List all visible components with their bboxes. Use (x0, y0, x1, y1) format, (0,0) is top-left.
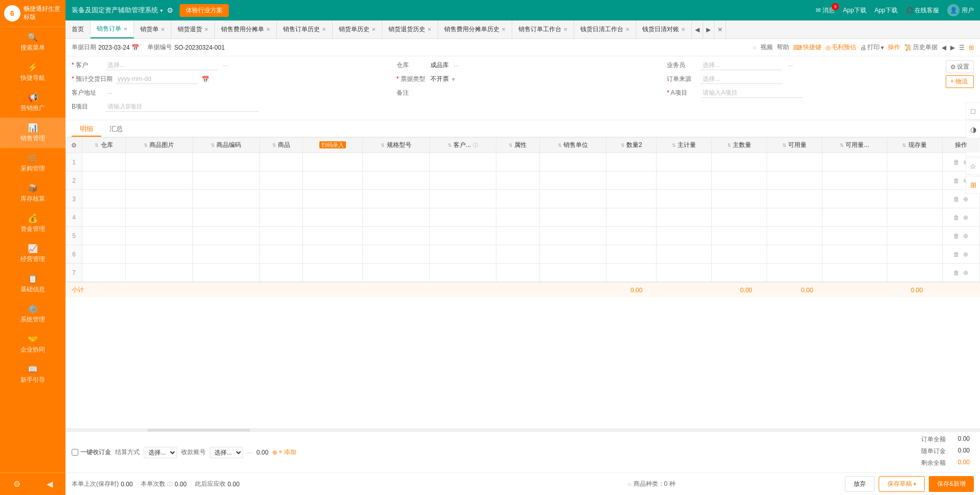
table-row[interactable]: 3 (66, 190, 980, 208)
profit-btn[interactable]: ◎ 毛利预估 (825, 43, 856, 52)
row-3-spec[interactable] (363, 190, 430, 208)
receipt-dots[interactable]: ··· (247, 449, 252, 456)
row-7-product-code[interactable] (192, 264, 259, 282)
tab-next-btn[interactable]: ▶ (703, 20, 714, 38)
print-btn[interactable]: 🖨 打印 ▾ (860, 43, 884, 52)
address-more-icon[interactable]: ··· (107, 90, 113, 97)
help-btn[interactable]: 帮助 (777, 43, 789, 52)
rfloat-btn-2[interactable]: ◑ (966, 121, 980, 138)
sidebar-item-enterprise[interactable]: 🤝 企业协同 (0, 329, 66, 359)
tab-sales-return-close[interactable]: ✕ (204, 27, 208, 32)
delivery-date-input[interactable] (116, 74, 198, 84)
delete-icon[interactable]: 🗑 (953, 232, 960, 240)
tab-order-history[interactable]: 销售订单历史 ✕ (277, 20, 333, 38)
tab-expense-history-close[interactable]: ✕ (502, 27, 506, 32)
tab-cash-workbench[interactable]: 钱货日清工作台 ✕ (574, 20, 636, 38)
row-7-product[interactable] (259, 264, 303, 282)
row-3-qty2[interactable] (606, 190, 657, 208)
settle-method-select[interactable]: 选择... (144, 447, 177, 458)
row-7-sales-unit[interactable] (539, 264, 606, 282)
one-key-settle-check[interactable] (72, 449, 78, 456)
row-7-spec[interactable] (363, 264, 430, 282)
b-project-input[interactable] (105, 102, 259, 112)
row-3-product[interactable] (259, 190, 303, 208)
tab-order-history-close[interactable]: ✕ (322, 27, 326, 32)
tab-expense-history[interactable]: 销售费用分摊单历史 ✕ (438, 20, 512, 38)
sidebar-item-inventory[interactable]: 📦 库存核算 (0, 178, 66, 208)
table-row[interactable]: 1 (66, 153, 980, 171)
tab-order-workbench[interactable]: 销售订单工作台 ✕ (512, 20, 574, 38)
row-2-attributes[interactable] (496, 171, 539, 190)
sidebar-item-finance[interactable]: 💰 资金管理 (0, 208, 66, 239)
one-key-settle-checkbox[interactable]: 一键收订金 (72, 448, 111, 457)
customer-more-icon[interactable]: ··· (223, 62, 228, 69)
row-2-sales-unit[interactable] (539, 171, 606, 190)
copy-icon[interactable]: ⊕ (963, 214, 968, 221)
topbar-gear-icon[interactable]: ⚙ (167, 6, 173, 14)
delete-icon[interactable]: 🗑 (953, 196, 960, 203)
row-1-product[interactable] (259, 153, 303, 171)
sidebar-item-system[interactable]: ⚙️ 系统管理 (0, 299, 66, 329)
row-5-main-unit[interactable] (657, 227, 712, 245)
row-2-main-unit[interactable] (657, 171, 712, 190)
row-1-warehouse[interactable] (82, 153, 126, 171)
row-5-sales-unit[interactable] (539, 227, 606, 245)
date-value[interactable]: 2023-03-24 (98, 44, 129, 51)
row-6-spec[interactable] (363, 245, 430, 264)
row-4-product-code[interactable] (192, 208, 259, 227)
row-5-qty2[interactable] (606, 227, 657, 245)
row-3-product-code[interactable] (192, 190, 259, 208)
row-3-sales-unit[interactable] (539, 190, 606, 208)
row-4-warehouse[interactable] (82, 208, 126, 227)
copy-icon[interactable]: ⊕ (963, 232, 968, 240)
delete-icon[interactable]: 🗑 (953, 177, 960, 184)
tab-order-workbench-close[interactable]: ✕ (563, 27, 568, 32)
row-6-main-unit[interactable] (657, 245, 712, 264)
row-1-spec[interactable] (363, 153, 430, 171)
row-7-main-unit[interactable] (657, 264, 712, 282)
expand-icon[interactable]: ⊞ (969, 44, 974, 51)
row-4-attributes[interactable] (496, 208, 539, 227)
add-receipt-button[interactable]: ⊕ + 添加 (272, 448, 296, 457)
history-btn[interactable]: 📜 历史单据 (904, 43, 938, 52)
row-1-product-code[interactable] (192, 153, 259, 171)
row-1-attributes[interactable] (496, 153, 539, 171)
table-row[interactable]: 7 (66, 264, 980, 282)
salesperson-input[interactable] (701, 60, 782, 70)
row-6-product-code[interactable] (192, 245, 259, 264)
row-2-customer-code[interactable] (430, 171, 496, 190)
tab-slip-history-close[interactable]: ✕ (372, 27, 376, 32)
row-5-customer-code[interactable] (430, 227, 496, 245)
row-6-sales-unit[interactable] (539, 245, 606, 264)
tab-sales-order[interactable]: 销售订单 ✕ (91, 20, 134, 38)
row-1-customer-code[interactable] (430, 153, 496, 171)
row-7-customer-code[interactable] (430, 264, 496, 282)
sidebar-item-basic-info[interactable]: 📋 基础信息 (0, 269, 66, 299)
tab-return-history-close[interactable]: ✕ (427, 27, 431, 32)
row-6-attributes[interactable] (496, 245, 539, 264)
row-4-customer-code[interactable] (430, 208, 496, 227)
tab-summary[interactable]: 汇总 (101, 122, 131, 137)
view-list-icon[interactable]: ☰ (959, 44, 965, 51)
row-2-product[interactable] (259, 171, 303, 190)
invoice-type-value[interactable]: 不开票 (430, 75, 449, 83)
row-6-qty2[interactable] (606, 245, 657, 264)
table-row[interactable]: 4 (66, 208, 980, 227)
row-4-main-qty[interactable] (711, 208, 767, 227)
discard-button[interactable]: 放弃 (845, 476, 875, 492)
tab-cash-reconcile-close[interactable]: ✕ (681, 27, 685, 32)
copy-icon[interactable]: ⊕ (963, 196, 968, 203)
tab-cash-workbench-close[interactable]: ✕ (625, 27, 629, 32)
tab-expense-split-close[interactable]: ✕ (266, 27, 270, 32)
add-logistics-button[interactable]: + 物流 (946, 75, 974, 88)
a-project-input[interactable] (701, 88, 803, 98)
row-4-sales-unit[interactable] (539, 208, 606, 227)
tab-detail[interactable]: 明细 (72, 122, 101, 137)
copy-icon[interactable]: ⊕ (963, 251, 968, 258)
row-3-attributes[interactable] (496, 190, 539, 208)
order-no-value[interactable]: SO-20230324-001 (174, 44, 225, 51)
customer-input[interactable] (105, 60, 218, 70)
sidebar-item-sales[interactable]: 📊 销售管理 (0, 118, 66, 148)
plan-button[interactable]: 体验行业方案 (180, 4, 229, 17)
sidebar-item-guide[interactable]: 📖 新手引导 (0, 359, 66, 390)
